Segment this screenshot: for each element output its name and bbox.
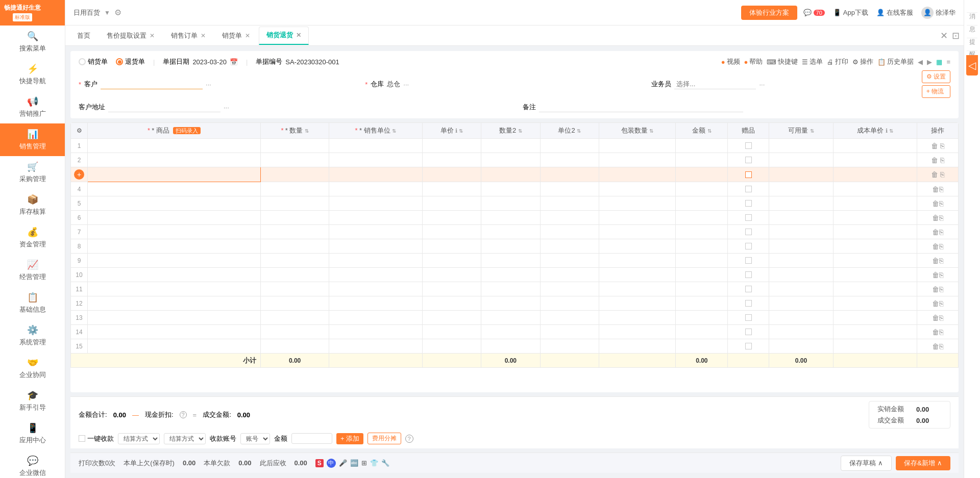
qty2-cell[interactable]	[481, 153, 540, 167]
calc-select[interactable]: 结算方式	[118, 433, 160, 444]
tab-sale-order[interactable]: 销售订单 ✕	[163, 27, 213, 45]
delete-icon[interactable]: 🗑	[932, 257, 939, 265]
delete-icon[interactable]: 🗑	[932, 285, 939, 293]
rp-item1[interactable]: 消	[967, 4, 977, 13]
delete-icon[interactable]: 🗑	[931, 170, 938, 179]
delete-icon[interactable]: 🗑	[932, 228, 939, 236]
operate-btn[interactable]: ⚙操作	[852, 57, 873, 66]
tab-sale-price-close[interactable]: ✕	[150, 32, 155, 39]
gift-checkbox[interactable]	[745, 243, 752, 249]
gift-checkbox[interactable]	[745, 229, 752, 235]
help-btn[interactable]: ●帮助	[744, 57, 763, 66]
product-input[interactable]	[91, 171, 257, 179]
gear-icon[interactable]: ⚙	[114, 8, 121, 17]
product-cell[interactable]	[88, 153, 261, 167]
gift-checkbox[interactable]	[745, 314, 752, 321]
share-icon[interactable]: 👕	[370, 459, 378, 467]
tab-sale-price[interactable]: 售价提取设置 ✕	[99, 27, 162, 45]
account-select[interactable]: 账号	[240, 433, 270, 444]
sort-unit[interactable]: ⇅	[392, 128, 396, 134]
gift-checkbox[interactable]	[745, 171, 752, 178]
translate-icon[interactable]: 🔤	[350, 459, 358, 467]
help-icon2[interactable]: ?	[405, 435, 413, 443]
customer-input[interactable]	[101, 79, 203, 89]
sort-qty[interactable]: ⇅	[305, 128, 309, 134]
gift-checkbox[interactable]	[745, 200, 752, 207]
tab-sale-out-close[interactable]: ✕	[245, 32, 250, 39]
gift-checkbox[interactable]	[745, 329, 752, 335]
copy-icon[interactable]: ⎘	[939, 199, 943, 208]
amount-cell[interactable]	[676, 153, 728, 167]
copy-icon[interactable]: ⎘	[939, 299, 943, 308]
sidebar-item-enterprise[interactable]: 🤝 企业协同	[0, 352, 65, 385]
cost-price-cell[interactable]	[834, 139, 917, 153]
address-input[interactable]	[108, 102, 220, 112]
delete-icon[interactable]: 🗑	[932, 271, 939, 279]
sidebar-item-wechat[interactable]: 💬 企业微信	[0, 450, 65, 478]
gift-checkbox[interactable]	[745, 257, 752, 264]
pack-qty-cell[interactable]	[599, 167, 676, 182]
mic-icon[interactable]: 🎤	[339, 459, 347, 467]
cost-price-cell[interactable]	[834, 153, 917, 167]
unit2-cell[interactable]	[540, 153, 599, 167]
gift-checkbox[interactable]	[745, 214, 752, 221]
gift-checkbox[interactable]	[745, 286, 752, 292]
available-cell[interactable]	[769, 153, 833, 167]
sidebar-item-finance[interactable]: 💰 资金管理	[0, 221, 65, 254]
history-btn[interactable]: 📋历史单据	[877, 57, 914, 66]
cost-price-cell[interactable]	[834, 167, 917, 182]
rp-item2[interactable]: 息	[967, 17, 977, 26]
print-btn[interactable]: 🖨打印	[827, 57, 848, 66]
settings-btn[interactable]: ⚙ 设置	[922, 70, 950, 83]
sub-calc-select[interactable]: 结算方式	[164, 433, 206, 444]
amount-cell[interactable]	[676, 167, 728, 182]
staff-dots[interactable]: ···	[759, 81, 765, 88]
add-btn[interactable]: + + 添加 添加	[336, 433, 363, 444]
qty-cell[interactable]	[261, 167, 329, 182]
tool-icon[interactable]: 🔧	[381, 459, 389, 467]
qty2-cell[interactable]	[481, 139, 540, 153]
shortcut-btn[interactable]: ⌨快捷键	[767, 57, 798, 66]
delete-icon[interactable]: 🗑	[932, 314, 939, 322]
copy-icon[interactable]: ⎘	[939, 271, 943, 279]
message-item[interactable]: 💬 70	[803, 9, 825, 16]
radio-sale[interactable]: 销货单	[79, 57, 108, 66]
sale-unit-cell[interactable]	[329, 139, 423, 153]
sort-pack[interactable]: ⇅	[649, 128, 653, 134]
amount-cell[interactable]	[676, 139, 728, 153]
pack-qty-cell[interactable]	[599, 153, 676, 167]
sale-unit-cell[interactable]	[329, 167, 423, 182]
delete-icon[interactable]: 🗑	[931, 142, 938, 150]
copy-icon[interactable]: ⎘	[939, 314, 943, 322]
sidebar-item-shortcut[interactable]: ⚡ 快捷导航	[0, 58, 65, 91]
copy-icon[interactable]: ⎘	[939, 328, 943, 336]
delete-icon[interactable]: 🗑	[932, 299, 939, 308]
scan-btn-header[interactable]: 扫码录入	[173, 127, 201, 134]
select-btn[interactable]: ☰选单	[802, 57, 823, 66]
qty-cell[interactable]	[261, 153, 329, 167]
copy-icon[interactable]: ⎘	[939, 185, 943, 193]
sort-unit2[interactable]: ⇅	[577, 128, 581, 134]
price-cell[interactable]	[422, 139, 481, 153]
copy-icon[interactable]: ⎘	[939, 214, 943, 222]
grid-view-icon[interactable]: ▦	[936, 58, 942, 66]
next-nav[interactable]: ▶	[927, 58, 932, 66]
sidebar-item-appstore[interactable]: 📱 应用中心	[0, 417, 65, 450]
calendar-icon[interactable]: 📅	[230, 58, 238, 66]
sort-price[interactable]: ⇅	[459, 128, 463, 134]
gift-checkbox[interactable]	[745, 300, 752, 307]
unit2-cell[interactable]	[540, 167, 599, 182]
sort-amount[interactable]: ⇅	[707, 128, 712, 134]
sort-cost[interactable]: ⇅	[889, 128, 893, 134]
gift-cell[interactable]	[728, 167, 769, 182]
restore-icon[interactable]: ⊡	[952, 30, 960, 41]
save-draft-btn[interactable]: 保存草稿 ∧	[841, 456, 892, 471]
product-cell[interactable]	[88, 139, 261, 153]
fee-btn[interactable]: 费用分摊	[368, 433, 401, 444]
sidebar-item-newbie[interactable]: 🎓 新手引导	[0, 385, 65, 417]
list-view-icon[interactable]: ≡	[946, 58, 950, 66]
delete-icon[interactable]: 🗑	[932, 199, 939, 208]
gift-checkbox[interactable]	[745, 142, 752, 149]
tab-sale-order-close[interactable]: ✕	[201, 32, 206, 39]
delete-icon[interactable]: 🗑	[931, 156, 938, 164]
